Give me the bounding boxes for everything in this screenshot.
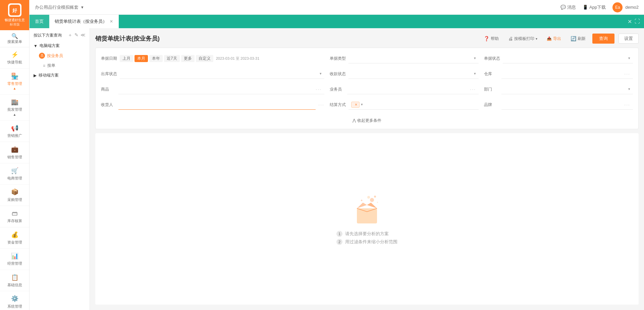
panel-collapse-icon[interactable]: ≪ [80,32,86,38]
salesman-ellipsis[interactable]: ··· [470,87,476,92]
doctype-select[interactable]: ▾ [348,53,479,63]
refresh-label: 刷新 [578,36,586,42]
export-icon: 📤 [547,36,552,41]
sidebar-item-wholesale[interactable]: 🏬 批发管理 ▲ [0,95,29,121]
date-btn-more[interactable]: 更多 [181,55,195,62]
outbound-select[interactable]: ▾ [120,69,324,79]
query-button[interactable]: 查询 [592,34,614,44]
marketing-icon: 📢 [11,124,18,133]
filter-docstatus-field: 单据状态 ▾ [484,53,633,63]
sidebar-item-retail[interactable]: 🏪 零售管理 ▲ [0,69,29,95]
docstatus-select[interactable]: ▾ [503,53,633,63]
date-btn-current-month[interactable]: 本月 [135,55,148,62]
brand-select[interactable]: ··· [501,100,633,110]
panel-edit-icon[interactable]: ✎ [74,32,78,38]
tabbar: 首页 销货单统计表（按业务员） ✕ ✕ ⛶ [30,15,644,28]
doctype-label: 单据类型 [330,56,346,61]
filter-row-3: 商品 ··· 业务员 ··· 部门 [101,84,633,94]
payment-select[interactable]: ▾ [348,69,479,79]
warehouse-select[interactable]: ··· [501,69,633,79]
sidebar-item-sales-label: 销售管理 [7,155,22,160]
user-area[interactable]: Ea demo2 [612,2,639,12]
user-avatar[interactable]: Ea [612,2,623,12]
date-btn-custom[interactable]: 自定义 [196,55,213,62]
outbound-label: 出库状态 [101,71,117,77]
page-title: 销货单统计表(按业务员) [95,35,160,43]
tab-close-all-button[interactable]: ✕ [628,18,632,25]
goods-ellipsis[interactable]: ··· [316,87,322,92]
date-btn-last-month[interactable]: 上月 [120,55,133,62]
collapse-bar[interactable]: ⋀ 收起更多条件 [101,115,633,123]
sidebar-item-ecommerce[interactable]: 🛒 电商管理 [0,163,29,185]
department-select[interactable]: ▾ [501,84,633,94]
collapse-label: 收起更多条件 [357,118,381,123]
filter-row-1: 单据日期 上月 本月 本年 近7天 更多 自定义 2023-03-01 至 20… [101,53,633,63]
tab-home[interactable]: 首页 [30,15,49,28]
sidebar-item-operations[interactable]: 📊 经营管理 [0,249,29,270]
panel-header-icons: ＋ ✎ ≪ [68,32,86,38]
sidebar-search[interactable]: 🔍 搜索菜单 [0,30,29,47]
sidebar-item-system[interactable]: ⚙️ 系统管理 [0,291,29,310]
warehouse-ellipsis[interactable]: ··· [624,71,630,76]
goods-select[interactable]: ··· [118,84,324,94]
doctype-dropdown-icon: ▾ [474,56,476,60]
print-button[interactable]: 🖨 按模板打印 ▾ [505,35,540,43]
system-icon: ⚙️ [11,295,18,303]
setting-button[interactable]: 设置 [619,34,639,44]
basic-icon: 📋 [11,273,18,282]
empty-tip-1: 1 请先选择要分析的方案 [336,231,397,237]
tab-sales-stat[interactable]: 销货单统计表（按业务员） ✕ [49,15,119,28]
salesman-label: 业务员 [330,87,344,92]
brand-ellipsis[interactable]: ··· [624,102,630,107]
scheme-item-by-salesman-label: 按业务员 [47,53,63,59]
date-btn-current-year[interactable]: 本年 [149,55,163,62]
salesman-select[interactable]: ··· [347,84,479,94]
tab-close-icon[interactable]: ✕ [110,19,113,24]
sidebar-item-inventory[interactable]: 🗃 库存核算 [0,206,29,227]
consignee-label: 收货人 [101,102,116,108]
help-button[interactable]: ❓ 帮助 [481,35,501,43]
sidebar-item-operations-label: 经营管理 [7,261,22,266]
collapse-icon: ⋀ [353,118,356,123]
ecommerce-icon: 🛒 [11,167,18,175]
message-button[interactable]: 💬 消息 [560,4,576,10]
scheme-group-desktop-header[interactable]: ▼ 电脑端方案 [30,41,90,51]
warehouse-label: 仓库 [484,71,499,77]
consignee-ellipsis[interactable]: ··· [318,102,324,107]
filter-outbound-field: 出库状态 ▾ [101,69,324,79]
breadcrumb-dropdown-icon[interactable]: ▾ [81,5,84,10]
scheme-item-by-salesman[interactable]: 员 按业务员 [30,51,90,61]
sidebar-item-purchase[interactable]: 📦 采购管理 [0,185,29,206]
settlement-label: 结算方式 [330,102,346,108]
mobile-group-header[interactable]: ▶ 移动端方案 [30,70,90,80]
refresh-icon: 🔄 [571,36,576,41]
empty-state: ✦ ✦ 1 请先选择要分析的方案 2 用过滤条件来缩小分析范围 [95,133,639,305]
sidebar-item-finance[interactable]: 💰 资金管理 [0,227,29,249]
app-download-button[interactable]: 📱 App下载 [583,4,606,10]
order-sub-icon: ≡ [43,63,45,68]
empty-icon-area: ✦ ✦ [350,193,384,227]
panel-add-icon[interactable]: ＋ [68,32,72,38]
refresh-button[interactable]: 🔄 刷新 [568,35,588,43]
consignee-input[interactable] [118,100,316,110]
sidebar-item-quicknav[interactable]: ⚡ 快捷导航 [0,47,29,69]
filter-payment-field: 收款状态 ▾ [330,69,479,79]
tab-sales-stat-label: 销货单统计表（按业务员） [55,18,107,24]
sidebar-item-sales[interactable]: 💼 销售管理 [0,142,29,163]
tab-maximize-button[interactable]: ⛶ [635,18,640,24]
filter-salesman-field: 业务员 ··· [330,84,479,94]
sub-item-by-order[interactable]: ≡ 按单 [30,61,90,70]
empty-tips: 1 请先选择要分析的方案 2 用过滤条件来缩小分析范围 [336,231,397,245]
date-btn-7days[interactable]: 近7天 [164,55,180,62]
sidebar-item-purchase-label: 采购管理 [7,197,22,202]
tip-num-1: 1 [336,231,342,237]
tabbar-actions: ✕ ⛶ [628,18,644,25]
sidebar-item-system-label: 系统管理 [7,304,22,309]
export-button[interactable]: 📤 导出 [544,35,564,43]
settlement-select[interactable]: × ▾ [348,100,479,110]
sidebar-item-inventory-label: 库存核算 [7,218,22,223]
date-buttons: 上月 本月 本年 近7天 更多 自定义 [120,55,213,62]
sidebar-item-basic[interactable]: 📋 基础信息 [0,270,29,292]
sidebar-item-marketing[interactable]: 📢 营销推广 [0,121,29,142]
settlement-tag-close[interactable]: × [355,102,357,107]
